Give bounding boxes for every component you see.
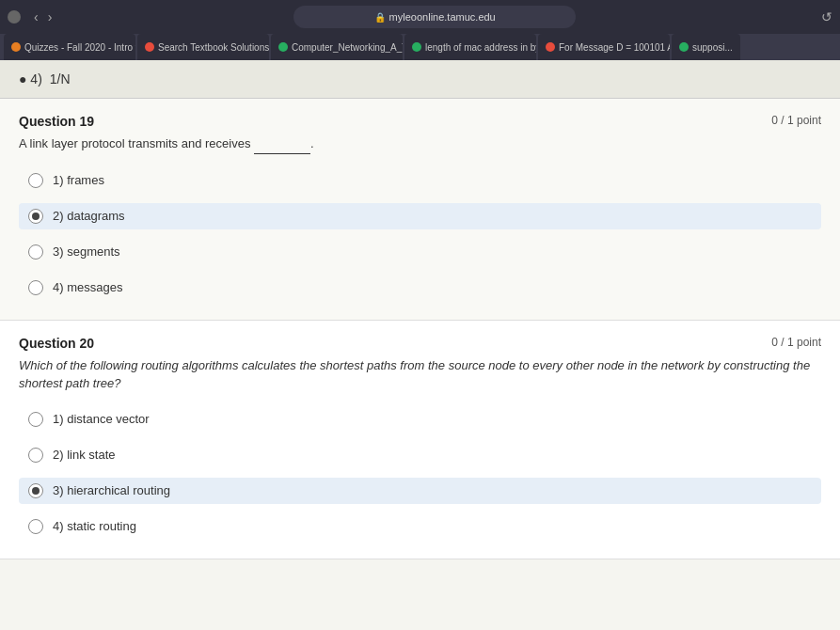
tab-icon-message (546, 42, 555, 52)
question-19-title: Question 19 (19, 114, 94, 129)
q19-radio-2[interactable] (28, 209, 43, 224)
tab-icon-quizzes (11, 42, 21, 52)
question-20-text: Which of the following routing algorithm… (19, 356, 821, 393)
address-bar[interactable]: 🔒 myleoonline.tamuc.edu (293, 6, 576, 28)
question-20-options: 1) distance vector 2) link state 3) hier… (19, 406, 821, 540)
q19-option-1[interactable]: 1) frames (19, 167, 821, 194)
lock-icon: 🔒 (374, 12, 386, 23)
nav-back[interactable]: ‹ (34, 9, 39, 24)
question-19-header: Question 19 0 / 1 point (19, 114, 821, 129)
tab-icon-networking (278, 42, 288, 52)
refresh-button[interactable]: ↺ (821, 9, 832, 24)
tab-supposi[interactable]: supposi... (672, 34, 740, 60)
question-20-points: 0 / 1 point (771, 336, 821, 349)
q20-option-3-label: 3) hierarchical routing (53, 483, 170, 497)
q20-option-1-label: 1) distance vector (53, 412, 150, 426)
q19-option-1-label: 1) frames (53, 173, 104, 187)
prev-answer-number: ● (19, 71, 30, 87)
tab-networking[interactable]: Computer_Networking_A_Top-... (271, 34, 403, 60)
blank-19 (254, 134, 310, 154)
tab-icon-search (145, 42, 154, 52)
browser-bar: ‹ › 🔒 myleoonline.tamuc.edu ↺ (0, 0, 840, 34)
q20-radio-4[interactable] (28, 519, 43, 534)
q20-radio-3[interactable] (28, 483, 43, 498)
url-text: myleoonline.tamuc.edu (389, 11, 496, 23)
question-20-title: Question 20 (19, 336, 94, 351)
question-20-block: Question 20 0 / 1 point Which of the fol… (0, 321, 840, 559)
q20-option-3[interactable]: 3) hierarchical routing (19, 478, 821, 504)
q19-option-2[interactable]: 2) datagrams (19, 203, 821, 229)
tab-icon-mac (412, 42, 421, 52)
q19-option-3-label: 3) segments (53, 244, 120, 259)
q19-option-2-label: 2) datagrams (53, 209, 125, 223)
question-20-header: Question 20 0 / 1 point (19, 336, 821, 351)
prev-answer-value: 1/N (50, 71, 71, 87)
q19-option-4[interactable]: 4) messages (19, 275, 821, 301)
q20-option-2-label: 2) link state (53, 448, 116, 462)
previous-answer: ● 4) 1/N (0, 60, 840, 99)
q19-radio-3[interactable] (28, 244, 43, 260)
question-19-options: 1) frames 2) datagrams 3) segments 4) me… (19, 167, 821, 301)
q20-option-4-label: 4) static routing (53, 519, 136, 533)
tab-search-textbook[interactable]: Search Textbook Solutions | Ch... (137, 34, 269, 60)
window-btn-close (8, 10, 21, 24)
q19-option-4-label: 4) messages (53, 280, 122, 294)
q19-radio-1[interactable] (28, 173, 43, 188)
tabs-bar: Quizzes - Fall 2020 - Intro to C... Sear… (0, 34, 840, 60)
nav-forward[interactable]: › (48, 9, 53, 24)
q20-radio-3-dot (32, 487, 40, 495)
q20-option-2[interactable]: 2) link state (19, 442, 821, 468)
tab-message-d[interactable]: For Message D = 100101 And G... (538, 34, 670, 60)
tab-icon-supposi (679, 42, 689, 52)
q19-option-3[interactable]: 3) segments (19, 239, 821, 265)
q20-radio-2[interactable] (28, 448, 43, 463)
q19-radio-4[interactable] (28, 280, 43, 295)
content-area: ● 4) 1/N Question 19 0 / 1 point A link … (0, 60, 840, 630)
question-19-block: Question 19 0 / 1 point A link layer pro… (0, 99, 840, 321)
tab-quizzes[interactable]: Quizzes - Fall 2020 - Intro to C... (4, 34, 135, 60)
q20-radio-1[interactable] (28, 412, 43, 427)
q19-radio-2-dot (32, 213, 40, 220)
q20-option-1[interactable]: 1) distance vector (19, 406, 821, 433)
prev-answer-number-label: 4) (30, 71, 41, 87)
question-19-text: A link layer protocol transmits and rece… (19, 134, 821, 154)
q20-option-4[interactable]: 4) static routing (19, 513, 821, 540)
tab-mac-length[interactable]: length of mac address in bytes... (404, 34, 536, 60)
window-controls (8, 10, 21, 24)
question-19-points: 0 / 1 point (771, 114, 821, 127)
